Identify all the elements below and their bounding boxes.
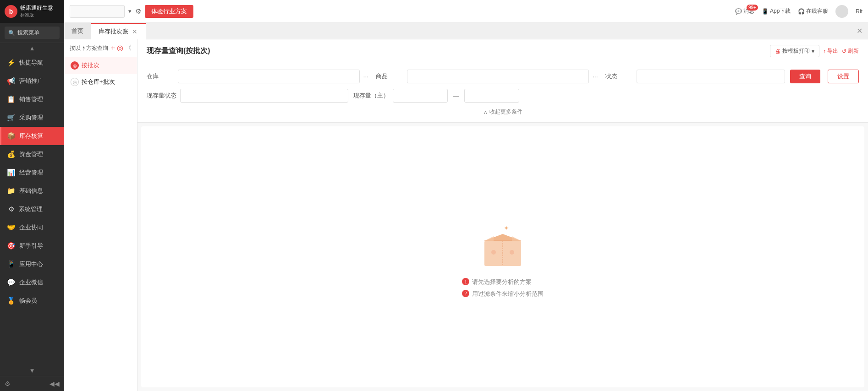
empty-illustration: ✦: [475, 216, 530, 271]
message-icon: 💬: [735, 8, 742, 15]
app-download-button[interactable]: 📱 App下载: [762, 7, 791, 15]
search-menu-button[interactable]: 🔍 搜索菜单: [5, 27, 60, 39]
trial-button[interactable]: 体验行业方案: [145, 5, 193, 18]
filter-area: 仓库 ··· 商品 ··· 状态: [137, 63, 868, 123]
status-filter-select-wrap: [637, 70, 785, 83]
empty-tip-1: 1 请先选择要分析的方案: [462, 278, 544, 286]
collapse-filter-button[interactable]: ∧ 收起更多条件: [147, 108, 859, 116]
empty-box-svg: ✦: [475, 216, 530, 271]
svg-point-8: [510, 250, 514, 255]
left-panel-collapse-button[interactable]: 《: [125, 44, 132, 52]
collapse-filter-icon: ∧: [483, 109, 488, 115]
inventory-icon: 📦: [7, 132, 16, 140]
settings-circle-icon: ◎: [117, 44, 123, 52]
username-label: Rit: [856, 8, 863, 15]
stock-amount-max-input[interactable]: [464, 89, 519, 103]
phone-icon: 📱: [762, 8, 769, 15]
status-filter-group: 状态 ▾: [605, 70, 783, 83]
tab-home[interactable]: 首页: [64, 23, 91, 39]
collapse-icon: 《: [125, 44, 132, 51]
sidebar-item-finance[interactable]: 💰 资金管理: [0, 145, 64, 163]
print-button[interactable]: 🖨 按模板打印 ▾: [770, 45, 819, 57]
sidebar-item-basic-info[interactable]: 📁 基础信息: [0, 182, 64, 200]
add-scheme-button[interactable]: +: [111, 44, 115, 52]
sidebar-item-vip[interactable]: 🏅 畅会员: [0, 292, 64, 310]
svg-marker-4: [512, 236, 521, 241]
tip-number-1: 1: [462, 278, 469, 285]
print-dropdown-icon: ▾: [812, 48, 814, 54]
scheme-item-batch[interactable]: ◎ 按批次: [64, 57, 137, 74]
sidebar-scroll-up-button[interactable]: ▲: [0, 43, 64, 54]
marketing-icon: 📢: [7, 77, 16, 85]
headset-icon: 🎧: [798, 8, 805, 15]
export-button[interactable]: ↑ 导出: [823, 47, 838, 55]
online-service-button[interactable]: 🎧 在线客服: [798, 7, 828, 15]
topbar-dropdown-button[interactable]: ▾: [128, 8, 132, 15]
guide-icon: 🎯: [7, 242, 16, 250]
status-filter-select[interactable]: [637, 70, 785, 83]
filter-settings-button[interactable]: 设置: [828, 70, 859, 83]
sidebar-item-marketing[interactable]: 📢 营销推广: [0, 72, 64, 90]
sidebar-item-operations[interactable]: 📊 经营管理: [0, 163, 64, 182]
sidebar-item-enterprise[interactable]: 🤝 企业协同: [0, 218, 64, 237]
sidebar-collapse-button[interactable]: ◀◀: [49, 380, 60, 387]
gear-icon: ⚙: [135, 7, 141, 15]
stock-status-filter-group: 现存量状态 ▾: [147, 89, 346, 103]
sidebar-item-app-center[interactable]: 📱 应用中心: [0, 255, 64, 273]
scheme-settings-button[interactable]: ◎: [117, 44, 123, 52]
left-panel: 按以下方案查询 + ◎ 《 ◎ 按批次 ◎: [64, 39, 137, 391]
close-all-tabs-button[interactable]: ✕: [851, 27, 868, 35]
sidebar-item-sales[interactable]: 📋 销售管理: [0, 90, 64, 109]
sidebar-navigation: ⚡ 快捷导航 📢 营销推广 📋 销售管理 🛒 采购管理 📦 库存核算 💰 资金管…: [0, 54, 64, 365]
tab-close-button[interactable]: ✕: [131, 28, 138, 35]
sidebar-footer: ⚙ ◀◀: [0, 376, 64, 391]
sidebar-header: b 畅康通好生意 标准版: [0, 0, 64, 23]
batch-scheme-icon: ◎: [71, 61, 79, 70]
sidebar-item-inventory[interactable]: 📦 库存核算: [0, 127, 64, 145]
stock-amount-label: 现存量（主）: [353, 92, 389, 100]
stock-status-select-wrap: [180, 89, 348, 103]
sidebar-item-guide[interactable]: 🎯 新手引导: [0, 237, 64, 255]
sidebar-item-purchase[interactable]: 🛒 采购管理: [0, 109, 64, 127]
topbar-search-input[interactable]: [70, 5, 125, 18]
product-filter-group: 商品 ···: [376, 70, 598, 83]
sidebar-item-quick-nav[interactable]: ⚡ 快捷导航: [0, 54, 64, 72]
quick-nav-icon: ⚡: [7, 59, 16, 67]
scheme-item-warehouse-batch[interactable]: ◎ 按仓库+批次: [64, 74, 137, 90]
vip-icon: 🏅: [7, 297, 16, 305]
sidebar-settings-button[interactable]: ⚙: [5, 380, 11, 387]
empty-tip-2: 2 用过滤条件来缩小分析范围: [462, 290, 544, 298]
app-title-group: 畅康通好生意 标准版: [20, 5, 53, 18]
refresh-icon: ↺: [842, 48, 846, 54]
refresh-button[interactable]: ↺ 刷新: [842, 47, 859, 55]
basic-info-icon: 📁: [7, 187, 16, 195]
sales-icon: 📋: [7, 95, 16, 103]
sidebar-scroll-down-button[interactable]: ▼: [0, 365, 64, 376]
page-container: 按以下方案查询 + ◎ 《 ◎ 按批次 ◎: [64, 39, 868, 391]
tab-inventory-batch[interactable]: 库存批次账 ✕: [91, 23, 146, 39]
empty-state: ✦ 1 请先选择要分析的方案 2 用过滤条件来缩小分析范围: [141, 126, 864, 387]
product-filter-input[interactable]: [407, 70, 589, 83]
messages-button[interactable]: 💬 消息 99+: [735, 7, 754, 15]
content-area: 现存量查询(按批次) 🖨 按模板打印 ▾ ↑ 导出 ↺ 刷新: [137, 39, 868, 391]
product-more-button[interactable]: ···: [593, 73, 598, 80]
tabs-bar: 首页 库存批次账 ✕ ✕: [64, 23, 868, 39]
stock-status-select[interactable]: [180, 89, 348, 103]
finance-icon: 💰: [7, 150, 16, 158]
app-center-icon: 📱: [7, 260, 16, 268]
left-panel-header: 按以下方案查询 + ◎ 《: [64, 39, 137, 57]
topbar-gear-button[interactable]: ⚙: [135, 7, 141, 16]
warehouse-more-button[interactable]: ···: [363, 73, 369, 80]
stock-amount-min-input[interactable]: [393, 89, 448, 103]
left-panel-actions: + ◎ 《: [111, 44, 132, 52]
warehouse-filter-input[interactable]: [178, 70, 360, 83]
sidebar-item-system[interactable]: ⚙ 系统管理: [0, 200, 64, 218]
page-title: 现存量查询(按批次): [147, 46, 210, 56]
query-button[interactable]: 查询: [790, 70, 820, 83]
tab-home-label: 首页: [71, 27, 83, 35]
app-name: 畅康通好生意: [20, 5, 53, 12]
filter-row-2: 现存量状态 ▾ 现存量（主） —: [147, 89, 859, 103]
sidebar-item-enterprise-wechat[interactable]: 💬 企业微信: [0, 273, 64, 292]
left-panel-title: 按以下方案查询: [70, 44, 108, 52]
app-logo: b: [5, 5, 17, 18]
